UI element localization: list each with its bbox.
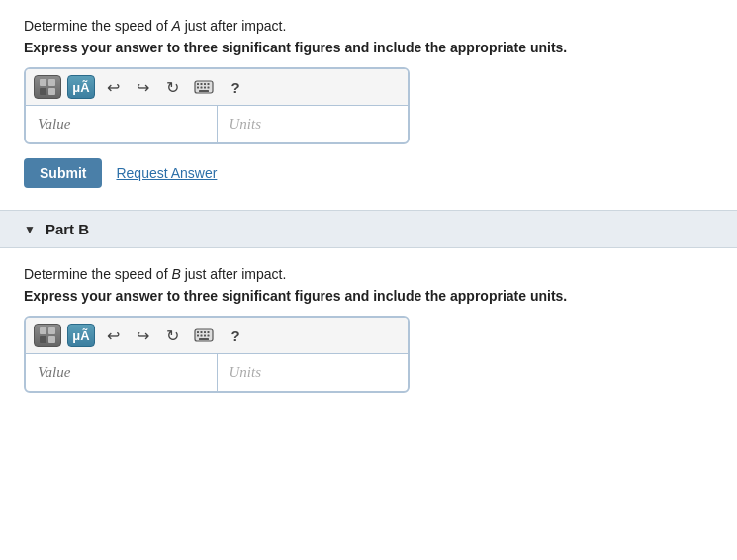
svg-rect-23 <box>197 335 199 337</box>
submit-button[interactable]: Submit <box>24 158 102 188</box>
svg-rect-9 <box>197 87 199 89</box>
svg-rect-8 <box>208 83 210 85</box>
svg-rect-5 <box>197 83 199 85</box>
part-a-grid-icon-button[interactable] <box>34 75 61 99</box>
part-a-value-cell[interactable] <box>26 106 218 142</box>
part-a-refresh-button[interactable]: ↻ <box>160 75 184 99</box>
svg-rect-7 <box>204 83 206 85</box>
part-b-redo-button[interactable]: ↪ <box>131 324 154 347</box>
part-b-units-text: Units <box>230 364 262 380</box>
svg-rect-24 <box>201 335 203 337</box>
part-a-instruction: Express your answer to three significant… <box>24 40 713 55</box>
part-b-refresh-button[interactable]: ↻ <box>160 324 184 347</box>
svg-rect-19 <box>197 331 199 333</box>
part-b-arrow[interactable]: ▼ <box>24 223 36 236</box>
svg-rect-16 <box>40 336 46 343</box>
svg-rect-27 <box>199 338 209 340</box>
part-a-actions: Submit Request Answer <box>24 158 713 188</box>
part-b-input-row: Units <box>26 354 408 391</box>
part-b-answer-box: μÃ ↩ ↪ ↻ ? <box>24 316 410 393</box>
part-b-units-cell[interactable]: Units <box>218 354 409 391</box>
part-a-question: Determine the speed of A just after impa… <box>24 18 713 34</box>
svg-rect-10 <box>201 87 203 89</box>
part-b-keyboard-button[interactable] <box>190 324 218 347</box>
part-b-mu-button[interactable]: μÃ <box>67 324 95 347</box>
part-a-keyboard-button[interactable] <box>190 75 218 99</box>
part-a-answer-box: μÃ ↩ ↪ ↻ ? <box>24 67 410 144</box>
part-b-value-cell[interactable] <box>26 354 218 391</box>
svg-rect-12 <box>208 87 210 89</box>
part-a-help-button[interactable]: ? <box>224 75 247 99</box>
svg-rect-3 <box>48 88 55 95</box>
request-answer-button[interactable]: Request Answer <box>116 165 217 181</box>
part-b-value-input[interactable] <box>38 364 205 381</box>
part-a-toolbar: μÃ ↩ ↪ ↻ ? <box>26 69 408 106</box>
svg-rect-26 <box>208 335 210 337</box>
svg-rect-22 <box>208 331 210 333</box>
svg-rect-2 <box>40 88 46 95</box>
svg-rect-6 <box>201 83 203 85</box>
svg-rect-20 <box>201 331 203 333</box>
svg-rect-14 <box>40 327 46 334</box>
part-b-toolbar: μÃ ↩ ↪ ↻ ? <box>26 318 408 354</box>
part-a-value-input[interactable] <box>38 116 205 133</box>
part-b-label: Part B <box>46 221 89 237</box>
part-b-question: Determine the speed of B just after impa… <box>24 266 713 282</box>
part-a-units-text: Units <box>230 116 262 132</box>
svg-rect-11 <box>204 87 206 89</box>
part-a-redo-button[interactable]: ↪ <box>131 75 154 99</box>
svg-rect-1 <box>48 79 55 86</box>
part-b-grid-icon-button[interactable] <box>34 324 61 347</box>
part-a-undo-button[interactable]: ↩ <box>101 75 125 99</box>
svg-rect-15 <box>48 327 55 334</box>
part-a-input-row: Units <box>26 106 408 142</box>
part-a-mu-button[interactable]: μÃ <box>67 75 95 99</box>
svg-rect-21 <box>204 331 206 333</box>
part-b-section-header: ▼ Part B <box>0 210 737 248</box>
part-b-instruction: Express your answer to three significant… <box>24 288 713 304</box>
svg-rect-13 <box>199 90 209 92</box>
svg-rect-17 <box>48 336 55 343</box>
part-b-undo-button[interactable]: ↩ <box>101 324 125 347</box>
part-a-units-cell[interactable]: Units <box>218 106 409 142</box>
svg-rect-0 <box>40 79 46 86</box>
part-b-help-button[interactable]: ? <box>224 324 247 347</box>
svg-rect-25 <box>204 335 206 337</box>
